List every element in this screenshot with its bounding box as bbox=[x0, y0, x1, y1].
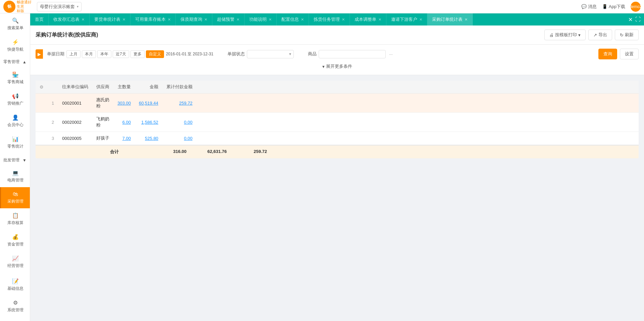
table-area: ⚙ 往来单位编码 供应商 主数量 金额 累计付款金额 bbox=[30, 75, 644, 164]
sidebar-item-operations[interactable]: 📈 经营管理 bbox=[0, 251, 30, 273]
th-extra bbox=[197, 81, 639, 94]
sidebar-item-finance[interactable]: 💰 资金管理 bbox=[0, 230, 30, 251]
td-cum-payment-1[interactable]: 259.72 bbox=[162, 94, 197, 113]
nav-tab-shelf-life[interactable]: 保质期查询 ✕ bbox=[176, 13, 212, 25]
nav-tab-purchase-order-stats[interactable]: 采购订单统计表 ✕ bbox=[427, 13, 473, 25]
sidebar-item-retail-shop[interactable]: 🏪 零售商城 bbox=[0, 67, 30, 89]
th-supplier: 供应商 bbox=[92, 81, 113, 94]
ecommerce-icon: 💻 bbox=[12, 170, 19, 176]
finance-icon: 💰 bbox=[12, 234, 19, 240]
sidebar-item-marketing[interactable]: 📢 营销推广 bbox=[0, 89, 30, 110]
nav-tab-func-desc[interactable]: 功能说明 ✕ bbox=[245, 13, 277, 25]
nav-tab-config-info[interactable]: 配置信息 ✕ bbox=[277, 13, 309, 25]
nav-tab-home[interactable]: 首页 bbox=[30, 13, 49, 25]
goods-filter-label: 商品 bbox=[308, 51, 317, 57]
sidebar-item-basic-info[interactable]: 📝 基础信息 bbox=[0, 274, 30, 296]
td-extra-3 bbox=[197, 132, 639, 145]
operations-icon: 📈 bbox=[12, 255, 19, 262]
sidebar-item-enterprise[interactable]: 🤝 企业协同 bbox=[0, 317, 30, 321]
sidebar-item-purchase[interactable]: 🛍 采购管理 bbox=[0, 187, 30, 208]
close-tab-config-info[interactable]: ✕ bbox=[301, 17, 304, 22]
message-button[interactable]: 💬 消息 bbox=[581, 4, 597, 10]
close-tab-demand-stats[interactable]: ✕ bbox=[122, 17, 125, 22]
close-all-tabs-button[interactable]: ✕ bbox=[628, 16, 633, 23]
footer-amount: 62,631.76 bbox=[191, 149, 231, 155]
th-main-qty: 主数量 bbox=[113, 81, 135, 94]
td-unit-code-3: 00020005 bbox=[58, 132, 92, 145]
logo-text: 畅捷通好生意 标版 bbox=[17, 0, 34, 13]
td-amount-1[interactable]: 60,519.44 bbox=[135, 94, 162, 113]
td-amount-3[interactable]: 525.80 bbox=[135, 132, 162, 145]
goods-more-icon[interactable]: ··· bbox=[389, 52, 393, 57]
sidebar-item-member[interactable]: 👤 会员中心 bbox=[0, 110, 30, 132]
table-wrap: ⚙ 往来单位编码 供应商 主数量 金额 累计付款金额 bbox=[36, 81, 639, 158]
sidebar-item-search[interactable]: 🔍 搜索菜单 bbox=[0, 13, 30, 35]
app-download-button[interactable]: 📱 App下载 bbox=[602, 4, 625, 10]
td-main-qty-3[interactable]: 7.00 bbox=[113, 132, 135, 145]
close-tab-cost-adjust[interactable]: ✕ bbox=[378, 17, 381, 22]
export-button[interactable]: ↗ 导出 bbox=[588, 30, 612, 40]
close-tab-pickup-task[interactable]: ✕ bbox=[342, 17, 345, 22]
nav-tab-receive-send[interactable]: 收发存汇总表 ✕ bbox=[49, 13, 90, 25]
status-select[interactable] bbox=[247, 50, 294, 58]
sidebar-item-system[interactable]: ⚙ 系统管理 bbox=[0, 296, 30, 317]
close-tab-receive-send[interactable]: ✕ bbox=[82, 17, 85, 22]
date-btn-last-month[interactable]: 上月 bbox=[66, 50, 80, 58]
date-btn-last-7-days[interactable]: 近7天 bbox=[113, 50, 129, 58]
date-range-display: 2016-01-01 至 2023-12-31 bbox=[166, 51, 213, 57]
close-tab-purchase-order-stats[interactable]: ✕ bbox=[465, 17, 468, 22]
filter-row-1: ▶ 单据日期 上月 本月 本年 近7天 更多 自定义 bbox=[36, 49, 639, 59]
th-amount: 金额 bbox=[135, 81, 162, 94]
close-tab-invite-downstream[interactable]: ✕ bbox=[419, 17, 422, 22]
system-icon: ⚙ bbox=[13, 300, 18, 306]
sidebar-item-ecommerce[interactable]: 💻 电商管理 bbox=[0, 166, 30, 187]
table-header-row: ⚙ 往来单位编码 供应商 主数量 金额 累计付款金额 bbox=[36, 81, 639, 94]
sidebar: 🔍 搜索菜单 ⚡ 快捷导航 零售管理 ▲ 🏪 零售商城 📢 营销推广 👤 会 bbox=[0, 13, 30, 321]
nav-tab-available-stock[interactable]: 可用量库存账本 ✕ bbox=[130, 13, 176, 25]
maximize-tab-button[interactable]: ⛶ bbox=[635, 16, 641, 22]
close-tab-available-stock[interactable]: ✕ bbox=[168, 17, 171, 22]
sidebar-item-inventory[interactable]: 📋 库存核算 bbox=[0, 208, 30, 230]
sidebar-item-wholesale[interactable]: 批发管理 ▼ bbox=[0, 155, 30, 166]
nav-tab-demand-stats[interactable]: 要货单统计表 ✕ bbox=[90, 13, 130, 25]
th-cum-payment: 累计付款金额 bbox=[162, 81, 197, 94]
user-avatar[interactable]: demo2 bbox=[631, 2, 641, 12]
td-main-qty-2[interactable]: 6.00 bbox=[113, 113, 135, 132]
filter-toggle-button[interactable]: ▶ bbox=[36, 49, 43, 59]
close-tab-func-desc[interactable]: ✕ bbox=[269, 17, 272, 22]
nav-tab-pickup-task[interactable]: 拣货任务管理 ✕ bbox=[309, 13, 350, 25]
refresh-button[interactable]: ↻ 刷新 bbox=[615, 30, 639, 40]
workspace-selector[interactable]: 母婴行业演示账套 ▾ bbox=[37, 2, 82, 11]
expand-more-button[interactable]: ▾ 展开更多条件 bbox=[318, 62, 356, 71]
td-cum-payment-2[interactable]: 0.00 bbox=[162, 113, 197, 132]
td-row-num-2: 2 bbox=[48, 113, 58, 132]
nav-tab-cost-adjust[interactable]: 成本调整单 ✕ bbox=[350, 13, 386, 25]
footer-label: 合计 bbox=[110, 149, 150, 155]
date-btn-this-month[interactable]: 本月 bbox=[82, 50, 96, 58]
nav-tab-invite-downstream[interactable]: 邀请下游客户 ✕ bbox=[386, 13, 427, 25]
td-settings-1 bbox=[36, 94, 48, 113]
date-btn-custom[interactable]: 自定义 bbox=[146, 50, 164, 58]
page-actions: 🖨 按模板打印 ▾ ↗ 导出 ↻ 刷新 bbox=[544, 30, 639, 40]
filter-goods-item: 商品 ··· bbox=[308, 50, 393, 58]
close-tab-overstock[interactable]: ✕ bbox=[236, 17, 239, 22]
sidebar-item-retail-stats[interactable]: 📊 零售统计 bbox=[0, 132, 30, 153]
column-settings-icon[interactable]: ⚙ bbox=[40, 85, 44, 90]
td-amount-2[interactable]: 1,586.52 bbox=[135, 113, 162, 132]
goods-input[interactable] bbox=[319, 50, 386, 58]
table-footer: 合计 316.00 62,631.76 259.72 bbox=[36, 145, 639, 158]
search-button[interactable]: 查询 bbox=[598, 49, 617, 59]
td-cum-payment-3[interactable]: 0.00 bbox=[162, 132, 197, 145]
date-btn-this-year[interactable]: 本年 bbox=[97, 50, 111, 58]
td-unit-code-2: 00020002 bbox=[58, 113, 92, 132]
settings-button[interactable]: 设置 bbox=[620, 49, 639, 59]
td-main-qty-1[interactable]: 303.00 bbox=[113, 94, 135, 113]
template-print-button[interactable]: 🖨 按模板打印 ▾ bbox=[544, 30, 586, 40]
date-btn-more[interactable]: 更多 bbox=[130, 50, 145, 58]
close-tab-shelf-life[interactable]: ✕ bbox=[204, 17, 207, 22]
sidebar-item-retail[interactable]: 零售管理 ▲ bbox=[0, 56, 30, 67]
sidebar-item-quick-nav[interactable]: ⚡ 快捷导航 bbox=[0, 35, 30, 56]
td-extra-2 bbox=[197, 113, 639, 132]
refresh-icon: ↻ bbox=[620, 33, 624, 38]
nav-tab-overstock[interactable]: 超储预警 ✕ bbox=[212, 13, 245, 25]
